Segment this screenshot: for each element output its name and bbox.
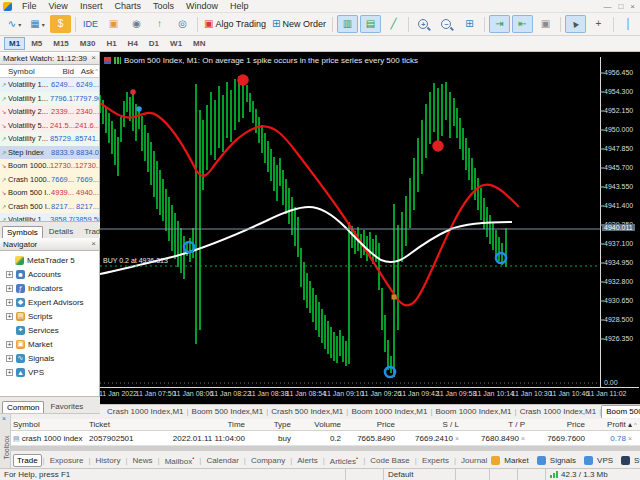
restore-button[interactable]: □ (618, 2, 623, 11)
market-watch-row[interactable]: ↗Step Index8833.98834.0 (0, 146, 99, 160)
navigator-item-expert-advisors[interactable]: +◆Expert Advisors (0, 295, 99, 309)
chart-canvas[interactable] (100, 52, 640, 404)
close-icon[interactable]: × (455, 435, 459, 442)
tile-windows-button[interactable]: ⊞ (459, 15, 480, 33)
toolbox-column-price[interactable]: Price (527, 420, 587, 429)
strategy-tester-button[interactable]: Strategy Tester (634, 456, 640, 465)
chart-tab[interactable]: Crash 1000 Index,M1 (104, 407, 187, 416)
navigator-item-vps[interactable]: +▲VPS (0, 365, 99, 379)
expand-icon[interactable]: + (6, 341, 13, 348)
close-icon[interactable]: × (521, 435, 525, 442)
market-watch-tab-symbols[interactable]: Symbols (2, 226, 43, 238)
community-globe-icon[interactable]: ◎ (172, 15, 193, 33)
timeframe-h4[interactable]: H4 (123, 37, 143, 50)
timeframe-h1[interactable]: H1 (101, 37, 121, 50)
menu-item-insert[interactable]: Insert (74, 1, 109, 11)
toolbox-tab-articles[interactable]: Articles• (326, 453, 362, 468)
navigator-item-services[interactable]: ✦Services (0, 323, 99, 337)
timeframe-mn[interactable]: MN (188, 37, 210, 50)
auto-scroll-button[interactable]: ⇥ (489, 15, 510, 33)
chart-tab[interactable]: Boom 1000 Index,M1 (433, 407, 515, 416)
minimize-button[interactable]: — (603, 2, 611, 11)
menu-item-window[interactable]: Window (180, 1, 224, 11)
toolbox-column-type[interactable]: Type (247, 420, 293, 429)
toolbox-tab-alerts[interactable]: Alerts (293, 454, 321, 467)
toolbox-column-time[interactable]: Time (149, 420, 247, 429)
ide-button[interactable]: IDE (80, 15, 101, 33)
navigator-item-market[interactable]: +▣Market (0, 337, 99, 351)
expand-icon[interactable]: + (6, 271, 13, 278)
chart-tab[interactable]: Boom 500 Index,M1 (601, 405, 640, 419)
menu-item-charts[interactable]: Charts (108, 1, 147, 11)
timeframe-m5[interactable]: M5 (26, 37, 47, 50)
toolbox-column-symbol[interactable]: Symbol (11, 420, 87, 429)
navigator-root[interactable]: MetaTrader 5 (0, 253, 99, 267)
scroll-up-icon[interactable]: ^ (634, 422, 640, 428)
chart-window[interactable]: Boom 500 Index, M1: On average 1 spike o… (100, 52, 640, 404)
toolbox-tab-trade[interactable]: Trade (13, 454, 42, 467)
toolbox-tab-journal[interactable]: Journal (457, 454, 491, 467)
toolbox-column-volume[interactable]: Volume (293, 420, 343, 429)
status-profile[interactable]: Default (383, 469, 455, 480)
navigator-tab-common[interactable]: Common (2, 401, 44, 413)
scroll-up-icon[interactable]: ^ (95, 68, 99, 74)
expand-icon[interactable]: + (6, 299, 13, 306)
toolbox-tab-exposure[interactable]: Exposure (46, 454, 88, 467)
toolbox-tab-history[interactable]: History (92, 454, 125, 467)
market-watch-row[interactable]: ↘Boom 500 I...4939...4940... (0, 186, 99, 200)
template-dropdown[interactable]: ▦▾ (27, 15, 48, 33)
chart-style-dropdown[interactable]: ∿▾ (4, 15, 25, 33)
navigator-item-indicators[interactable]: +ƒIndicators (0, 281, 99, 295)
toolbox-side-strip[interactable]: × Toolbox (0, 414, 11, 469)
menu-item-view[interactable]: View (43, 1, 74, 11)
navigator-item-accounts[interactable]: +☻Accounts (0, 267, 99, 281)
close-icon[interactable]: × (91, 54, 96, 62)
publish-icon[interactable]: ↑ (149, 15, 170, 33)
line-chart-button[interactable]: ╱ (383, 15, 404, 33)
market-watch-row[interactable]: ↗Volatility 1...7796.177797.96 (0, 92, 99, 106)
market-watch-tab-trading[interactable]: Trading (79, 225, 100, 238)
chart-tab[interactable]: Crash 1000 Index,M1 (517, 407, 600, 416)
vertical-line-button[interactable]: │ (618, 15, 639, 33)
market-watch-row[interactable]: ↗Volatility 7...85729...85741... (0, 132, 99, 146)
navigator-tab-favorites[interactable]: Favorites (45, 400, 88, 413)
timeframe-m30[interactable]: M30 (75, 37, 101, 50)
timeframe-m1[interactable]: M1 (4, 37, 25, 50)
toolbox-column-ticket[interactable]: Ticket (87, 420, 149, 429)
toolbox-tab-company[interactable]: Company (247, 454, 289, 467)
market-watch-row[interactable]: ↗Crash 500 I...8217...8217... (0, 200, 99, 214)
menu-item-file[interactable]: File (16, 1, 43, 11)
close-button[interactable]: × (630, 2, 635, 11)
expand-icon[interactable]: + (6, 285, 13, 292)
new-order-button[interactable]: ⊞New Order (270, 15, 328, 33)
vps-button[interactable]: VPS (597, 456, 613, 465)
open-position-row[interactable]: ▤crash 1000 index20579025012022.01.11 11… (11, 431, 640, 446)
menu-item-tools[interactable]: Tools (147, 1, 180, 11)
toolbox-tab-code-base[interactable]: Code Base (366, 454, 414, 467)
expand-icon[interactable]: + (6, 355, 13, 362)
menu-item-help[interactable]: Help (224, 1, 255, 11)
market-watch-toggle[interactable]: $ (50, 15, 71, 33)
navigator-item-signals[interactable]: +∿Signals (0, 351, 99, 365)
market-watch-row[interactable]: ↗Crash 1000...7669...7669... (0, 173, 99, 187)
algo-trading-button[interactable]: ▣Algo Trading (202, 15, 268, 33)
cursor-button[interactable]: ▲ (565, 15, 586, 33)
close-icon[interactable]: × (628, 435, 632, 442)
toolbox-column-sl[interactable]: S / L (397, 420, 461, 429)
expand-icon[interactable]: + (6, 369, 13, 376)
metaeditor-lock-icon[interactable]: ▣ (103, 15, 124, 33)
candles-chart-button[interactable]: ▤ (360, 15, 381, 33)
timeframe-m15[interactable]: M15 (48, 37, 74, 50)
chart-shift-button[interactable]: ⇤ (512, 15, 533, 33)
toolbox-column-tp[interactable]: T / P (461, 420, 527, 429)
toolbox-tab-news[interactable]: News (129, 454, 157, 467)
chart-tab[interactable]: Boom 1000 Index,M1 (348, 407, 430, 416)
market-watch-row[interactable]: ↘Volatility 2...2339...2340... (0, 105, 99, 119)
expand-icon[interactable]: + (6, 313, 13, 320)
toolbox-tab-calendar[interactable]: Calendar (202, 454, 242, 467)
close-icon[interactable]: × (91, 240, 96, 248)
market-watch-row[interactable]: ↘Volatility 5...241.5...241.6... (0, 119, 99, 133)
crosshair-button[interactable]: + (588, 15, 609, 33)
market-watch-row[interactable]: ↘Boom 1000...12730...12730... (0, 159, 99, 173)
timeframe-w1[interactable]: W1 (165, 37, 187, 50)
